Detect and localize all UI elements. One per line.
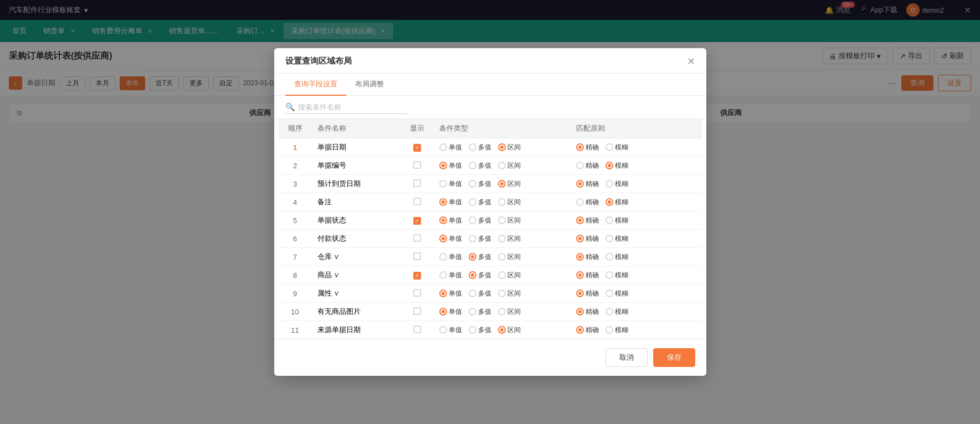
row-order-10: 11 [279,321,312,339]
row-match-8: 精确模糊 [571,285,702,303]
search-input[interactable] [298,103,398,111]
type-option-多值-2[interactable]: 多值 [469,179,491,189]
tab-fields[interactable]: 查询字段设置 [285,74,346,96]
radio-circle-type-3 [439,198,447,206]
match-option-精确-3[interactable]: 精确 [576,198,599,207]
display-checkbox-0[interactable] [413,144,421,152]
radio-circle-match-6 [606,253,613,261]
type-option-区间-4[interactable]: 区间 [498,216,521,225]
type-option-单值-4[interactable]: 单值 [439,216,462,225]
radio-circle-match-4 [606,216,613,224]
type-option-单值-7[interactable]: 单值 [439,271,462,280]
row-display-1[interactable] [401,157,434,175]
row-display-4[interactable] [401,211,434,230]
type-option-区间-3[interactable]: 区间 [498,198,521,207]
type-option-单值-9[interactable]: 单值 [439,307,462,317]
type-option-单值-0[interactable]: 单值 [439,143,462,152]
row-name-8: 属性 ∨ [312,285,401,303]
row-display-2[interactable] [401,175,434,193]
type-option-单值-6[interactable]: 单值 [439,252,462,262]
match-option-模糊-7[interactable]: 模糊 [606,271,628,280]
radio-circle-type-3 [498,198,506,206]
type-option-多值-0[interactable]: 多值 [469,143,491,152]
type-option-多值-4[interactable]: 多值 [469,216,491,225]
match-option-模糊-1[interactable]: 模糊 [606,161,628,170]
match-option-精确-5[interactable]: 精确 [576,234,599,244]
type-option-区间-9[interactable]: 区间 [498,307,521,317]
match-option-精确-9[interactable]: 精确 [576,307,599,317]
type-option-区间-1[interactable]: 区间 [498,161,521,170]
row-display-5[interactable] [401,230,434,248]
match-option-精确-6[interactable]: 精确 [576,252,599,262]
row-display-6[interactable] [401,248,434,266]
display-checkbox-7[interactable] [413,272,421,280]
th-name: 条件名称 [312,119,401,138]
dialog-tabs: 查询字段设置 布局调整 [274,74,706,96]
type-option-多值-8[interactable]: 多值 [469,289,491,298]
radio-circle-type-1 [469,162,476,169]
display-checkbox-3[interactable] [413,198,421,205]
match-option-精确-10[interactable]: 精确 [576,325,599,335]
display-checkbox-2[interactable] [413,179,421,187]
type-option-多值-9[interactable]: 多值 [469,307,491,317]
display-checkbox-10[interactable] [413,325,421,333]
row-display-10[interactable] [401,321,434,339]
row-display-7[interactable] [401,266,434,285]
display-checkbox-5[interactable] [413,234,421,242]
dialog-close-button[interactable]: ✕ [687,56,695,66]
row-order-0: 1 [279,138,312,157]
type-option-多值-3[interactable]: 多值 [469,198,491,207]
type-option-区间-6[interactable]: 区间 [498,252,521,262]
type-option-多值-10[interactable]: 多值 [469,325,491,335]
match-option-模糊-5[interactable]: 模糊 [606,234,628,244]
radio-circle-type-1 [439,162,447,169]
type-option-单值-8[interactable]: 单值 [439,289,462,298]
display-checkbox-4[interactable] [413,217,421,225]
type-option-多值-5[interactable]: 多值 [469,234,491,244]
type-option-多值-1[interactable]: 多值 [469,161,491,170]
match-option-精确-7[interactable]: 精确 [576,271,599,280]
match-option-精确-0[interactable]: 精确 [576,143,599,152]
match-option-模糊-9[interactable]: 模糊 [606,307,628,317]
type-option-区间-5[interactable]: 区间 [498,234,521,244]
save-button[interactable]: 保存 [653,348,695,367]
radio-circle-type-7 [498,271,506,279]
radio-circle-type-2 [498,180,506,188]
type-option-区间-10[interactable]: 区间 [498,325,521,335]
match-option-模糊-6[interactable]: 模糊 [606,252,628,262]
type-option-多值-6[interactable]: 多值 [469,252,491,262]
match-option-精确-1[interactable]: 精确 [576,161,599,170]
display-checkbox-6[interactable] [413,252,421,260]
type-option-单值-2[interactable]: 单值 [439,179,462,189]
match-option-模糊-4[interactable]: 模糊 [606,216,628,225]
row-display-3[interactable] [401,193,434,211]
display-checkbox-9[interactable] [413,307,421,315]
match-option-精确-8[interactable]: 精确 [576,289,599,298]
row-display-8[interactable] [401,285,434,303]
type-option-单值-10[interactable]: 单值 [439,325,462,335]
row-match-3: 精确模糊 [571,193,702,211]
radio-circle-match-1 [606,162,613,169]
row-display-9[interactable] [401,303,434,321]
display-checkbox-8[interactable] [413,289,421,297]
row-display-0[interactable] [401,138,434,157]
match-option-模糊-2[interactable]: 模糊 [606,179,628,189]
type-option-区间-7[interactable]: 区间 [498,271,521,280]
match-option-模糊-10[interactable]: 模糊 [606,325,628,335]
type-option-区间-0[interactable]: 区间 [498,143,521,152]
type-option-单值-3[interactable]: 单值 [439,198,462,207]
row-type-1: 单值多值区间 [434,157,571,175]
tab-layout[interactable]: 布局调整 [346,74,393,96]
type-option-单值-5[interactable]: 单值 [439,234,462,244]
match-option-精确-2[interactable]: 精确 [576,179,599,189]
match-option-模糊-0[interactable]: 模糊 [606,143,628,152]
display-checkbox-1[interactable] [413,161,421,169]
type-option-区间-2[interactable]: 区间 [498,179,521,189]
type-option-单值-1[interactable]: 单值 [439,161,462,170]
match-option-模糊-3[interactable]: 模糊 [606,198,628,207]
match-option-精确-4[interactable]: 精确 [576,216,599,225]
match-option-模糊-8[interactable]: 模糊 [606,289,628,298]
type-option-区间-8[interactable]: 区间 [498,289,521,298]
type-option-多值-7[interactable]: 多值 [469,271,491,280]
cancel-button[interactable]: 取消 [606,348,648,367]
